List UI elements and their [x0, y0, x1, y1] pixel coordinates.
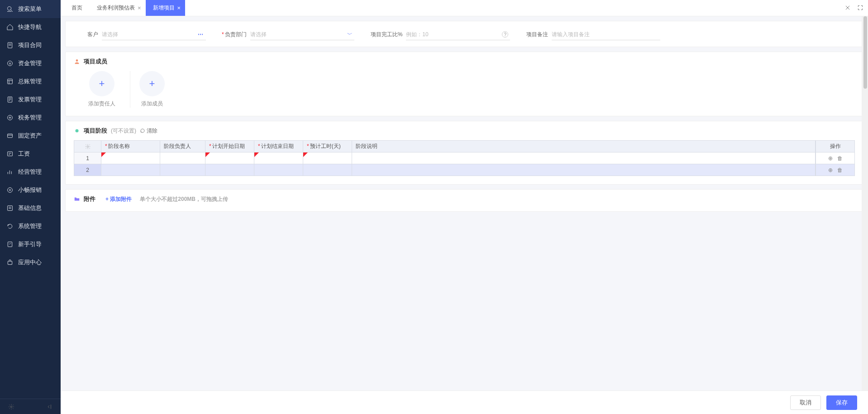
sidebar: 搜索菜单 快捷导航 项目合同 ¥ 资金管理 总账管理 发票管理 [0, 0, 61, 414]
cell-desc[interactable] [352, 164, 816, 176]
remark-label: 项目备注 [526, 31, 548, 38]
sidebar-item-asset[interactable]: 固定资产 [0, 127, 61, 145]
close-icon[interactable]: × [138, 5, 141, 11]
progress-label: 项目完工比% [371, 31, 403, 38]
remark-input[interactable] [552, 29, 660, 40]
add-row-icon[interactable]: ⊕ [828, 155, 833, 162]
more-icon[interactable]: ⋯ [198, 31, 204, 38]
ledger-icon [6, 78, 14, 85]
info-icon [6, 205, 14, 212]
sidebar-item-appcenter[interactable]: 应用中心 [0, 253, 61, 271]
attachments-panel: 附件 + 添加附件 单个大小不超过200MB，可拖拽上传 [65, 189, 863, 212]
svg-point-0 [8, 7, 11, 10]
sidebar-item-system[interactable]: 系统管理 [0, 217, 61, 235]
table-row[interactable]: 1 [74, 152, 816, 164]
cell-name[interactable] [101, 164, 160, 176]
cell-end[interactable] [254, 152, 303, 164]
sidebar-item-basic[interactable]: 基础信息 [0, 199, 61, 217]
sidebar-item-contract[interactable]: 项目合同 [0, 36, 61, 54]
cell-end[interactable] [254, 164, 303, 176]
sidebar-item-guide[interactable]: 新手引导 [0, 235, 61, 253]
attachments-title: 附件 [84, 195, 95, 203]
sidebar-item-label: 发票管理 [18, 95, 42, 104]
invoice-icon [6, 96, 14, 103]
cell-desc[interactable] [352, 152, 816, 164]
th-end: *计划结束日期 [254, 141, 303, 152]
add-owner-button[interactable]: + [89, 71, 114, 96]
customer-label: 客户 [87, 31, 98, 38]
sidebar-item-label: 系统管理 [18, 222, 42, 230]
sidebar-item-reimburse[interactable]: 小畅报销 [0, 181, 61, 199]
close-icon[interactable]: × [177, 5, 181, 11]
sidebar-item-label: 快捷导航 [18, 23, 42, 31]
members-title: 项目成员 [84, 57, 107, 66]
cell-name[interactable] [101, 152, 160, 164]
sidebar-item-label: 新手引导 [18, 240, 42, 248]
cell-hours[interactable] [303, 152, 352, 164]
svg-rect-29 [8, 261, 12, 264]
sidebar-item-label: 应用中心 [18, 258, 42, 266]
sidebar-item-search[interactable]: 搜索菜单 [0, 0, 61, 18]
sidebar-item-operation[interactable]: 经营管理 [0, 163, 61, 181]
phase-icon [74, 128, 80, 134]
cell-owner[interactable] [160, 164, 205, 176]
svg-point-34 [76, 59, 78, 62]
cell-start[interactable] [205, 164, 254, 176]
search-icon [6, 5, 14, 13]
add-attachment-button[interactable]: + 添加附件 [105, 195, 132, 203]
tab-profit-estimate[interactable]: 业务利润预估表× [90, 0, 146, 16]
cell-start[interactable] [205, 152, 254, 164]
footer-bar: 取消 保存 [61, 390, 868, 414]
department-select[interactable] [250, 29, 354, 40]
sidebar-item-ledger[interactable]: 总账管理 [0, 72, 61, 90]
th-op: 操作 [816, 141, 855, 152]
save-button[interactable]: 保存 [826, 395, 857, 410]
members-panel: 项目成员 + 添加责任人 + 添加成员 [65, 52, 863, 116]
customer-select[interactable] [102, 29, 206, 40]
add-row-icon[interactable]: ⊕ [828, 167, 833, 173]
tax-icon [6, 114, 14, 121]
sidebar-item-label: 基础信息 [18, 204, 42, 212]
sidebar-item-label: 总账管理 [18, 77, 42, 86]
th-owner: 阶段负责人 [160, 141, 205, 152]
guide-icon [6, 241, 14, 248]
chart-icon [6, 168, 14, 176]
tab-home[interactable]: 首页 [64, 0, 90, 16]
sidebar-item-label: 工资 [18, 150, 30, 158]
settings-icon[interactable] [6, 402, 16, 412]
attachment-note: 单个大小不超过200MB，可拖拽上传 [140, 195, 228, 203]
cell-hours[interactable] [303, 164, 352, 176]
scrollbar-track[interactable] [862, 16, 868, 390]
svg-rect-11 [8, 97, 12, 102]
refresh-icon [6, 223, 14, 230]
sidebar-item-label: 固定资产 [18, 132, 42, 140]
sidebar-item-invoice[interactable]: 发票管理 [0, 90, 61, 109]
clear-phases-button[interactable]: 清除 [140, 127, 157, 135]
table-settings-button[interactable] [74, 141, 101, 152]
collapse-sidebar-icon[interactable] [44, 402, 54, 412]
sidebar-item-tax[interactable]: 税务管理 [0, 109, 61, 127]
th-desc: 阶段说明 [352, 141, 816, 152]
department-label: *负责部门 [222, 31, 247, 38]
scrollbar-thumb[interactable] [863, 16, 867, 89]
svg-rect-25 [8, 206, 13, 211]
sidebar-item-funds[interactable]: ¥ 资金管理 [0, 54, 61, 72]
sidebar-item-label: 经营管理 [18, 168, 42, 176]
sidebar-item-quicknav[interactable]: 快捷导航 [0, 18, 61, 36]
phases-table: *阶段名称 阶段负责人 *计划开始日期 *计划结束日期 *预计工时(天) 阶段说… [74, 140, 816, 176]
delete-row-icon[interactable]: 🗑 [837, 167, 843, 173]
cell-owner[interactable] [160, 152, 205, 164]
svg-rect-16 [8, 134, 13, 138]
close-panel-icon[interactable] [843, 3, 853, 13]
progress-input[interactable] [406, 29, 510, 40]
table-row[interactable]: 2 [74, 164, 816, 176]
sidebar-item-label: 小畅报销 [18, 186, 42, 194]
add-member-button[interactable]: + [139, 71, 165, 96]
svg-point-35 [76, 129, 79, 133]
cancel-button[interactable]: 取消 [790, 395, 821, 410]
sidebar-item-salary[interactable]: 工资 [0, 145, 61, 163]
tab-new-project[interactable]: 新增项目× [146, 0, 186, 16]
delete-row-icon[interactable]: 🗑 [837, 155, 843, 162]
fullscreen-icon[interactable] [855, 3, 865, 13]
chevron-down-icon[interactable]: ﹀ [347, 31, 353, 38]
